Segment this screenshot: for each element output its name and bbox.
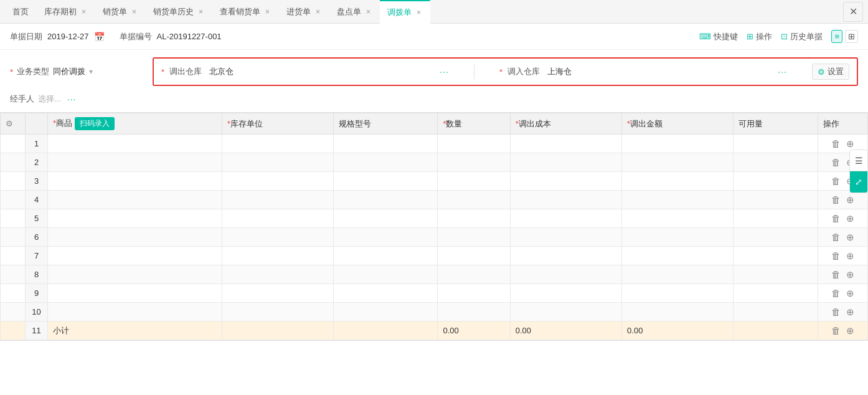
row-cost-cell[interactable]: [510, 209, 621, 228]
tab-view-sales[interactable]: 查看销货单 ×: [212, 0, 279, 24]
row-amount-cell[interactable]: [622, 228, 734, 247]
row-amount-cell[interactable]: [622, 172, 734, 191]
row-qty-cell[interactable]: [438, 209, 510, 228]
business-type-chevron-icon[interactable]: ▾: [89, 67, 93, 76]
row-product-cell[interactable]: [48, 284, 222, 303]
delete-icon[interactable]: 🗑: [829, 138, 842, 149]
tab-stocktaking-close[interactable]: ×: [365, 7, 372, 16]
row-amount-cell[interactable]: [622, 284, 734, 303]
tab-sales-history[interactable]: 销货单历史 ×: [146, 0, 212, 24]
row-unit-cell[interactable]: [222, 303, 334, 321]
tab-view-sales-close[interactable]: ×: [264, 7, 271, 16]
row-amount-cell[interactable]: [622, 153, 734, 172]
row-amount-cell[interactable]: [622, 247, 734, 265]
delete-icon[interactable]: 🗑: [829, 307, 842, 317]
row-product-cell[interactable]: [48, 303, 222, 321]
shortcut-button[interactable]: ⌨ 快捷键: [699, 31, 738, 42]
row-cost-cell[interactable]: [510, 191, 621, 209]
row-unit-cell[interactable]: [222, 247, 334, 265]
tab-purchase[interactable]: 进货单 ×: [279, 0, 329, 24]
row-spec-cell[interactable]: [334, 247, 438, 265]
operations-button[interactable]: ⊞ 操作: [747, 31, 772, 42]
row-unit-cell[interactable]: [222, 153, 334, 172]
row-product-cell[interactable]: [48, 191, 222, 209]
row-unit-cell[interactable]: [222, 209, 334, 228]
gear-header[interactable]: ⚙: [1, 113, 26, 135]
row-unit-cell[interactable]: [222, 265, 334, 284]
tab-inventory-init-close[interactable]: ×: [80, 7, 87, 16]
row-product-cell[interactable]: [48, 209, 222, 228]
row-cost-cell[interactable]: [510, 228, 621, 247]
row-amount-cell[interactable]: [622, 265, 734, 284]
row-spec-cell[interactable]: [334, 191, 438, 209]
calendar-icon[interactable]: 📅: [94, 32, 105, 42]
row-cost-cell[interactable]: [510, 247, 621, 265]
row-spec-cell[interactable]: [334, 153, 438, 172]
row-amount-cell[interactable]: [622, 191, 734, 209]
row-cost-cell[interactable]: [510, 172, 621, 191]
row-qty-cell[interactable]: [438, 284, 510, 303]
copy-icon[interactable]: ⊕: [844, 232, 856, 242]
warehouse-out-ellipsis[interactable]: ···: [440, 67, 449, 77]
row-spec-cell[interactable]: [334, 135, 438, 153]
tab-transfer-close[interactable]: ×: [415, 8, 422, 17]
row-product-cell[interactable]: [48, 135, 222, 153]
row-amount-cell[interactable]: [622, 303, 734, 321]
row-spec-cell[interactable]: [334, 303, 438, 321]
delete-icon[interactable]: 🗑: [829, 157, 842, 168]
grid-view-btn[interactable]: ⊞: [845, 30, 858, 43]
delete-icon[interactable]: 🗑: [829, 288, 842, 298]
delete-icon[interactable]: 🗑: [829, 176, 842, 186]
handler-select[interactable]: 选择...: [38, 93, 61, 105]
tab-purchase-close[interactable]: ×: [314, 7, 321, 16]
row-qty-cell[interactable]: [438, 247, 510, 265]
business-type-value-container[interactable]: 同价调拨 ▾: [53, 66, 128, 77]
copy-icon[interactable]: ⊕: [844, 138, 856, 149]
tab-sales-history-close[interactable]: ×: [197, 7, 204, 16]
row-spec-cell[interactable]: [334, 172, 438, 191]
row-qty-cell[interactable]: [438, 191, 510, 209]
tab-home[interactable]: 首页: [5, 0, 37, 24]
warehouse-out-value[interactable]: 北京仓: [209, 66, 234, 77]
window-close-button[interactable]: ✕: [843, 2, 863, 22]
row-cost-cell[interactable]: [510, 153, 621, 172]
row-qty-cell[interactable]: [438, 303, 510, 321]
delete-icon[interactable]: 🗑: [829, 232, 842, 242]
settings-button[interactable]: ⚙ 设置: [812, 64, 849, 80]
row-product-cell[interactable]: [48, 265, 222, 284]
handler-ellipsis[interactable]: ···: [67, 94, 77, 104]
row-product-cell[interactable]: [48, 172, 222, 191]
side-list-icon[interactable]: ☰: [850, 150, 867, 171]
copy-icon[interactable]: ⊕: [844, 194, 856, 205]
row-cost-cell[interactable]: [510, 303, 621, 321]
side-expand-icon[interactable]: ⤢: [850, 171, 867, 193]
warehouse-in-value[interactable]: 上海仓: [547, 66, 572, 77]
row-qty-cell[interactable]: [438, 228, 510, 247]
tab-inventory-init[interactable]: 库存期初 ×: [37, 0, 95, 24]
row-spec-cell[interactable]: [334, 228, 438, 247]
row-amount-cell[interactable]: [622, 135, 734, 153]
row-unit-cell[interactable]: [222, 284, 334, 303]
tab-sales-order[interactable]: 销货单 ×: [95, 0, 146, 24]
tab-stocktaking[interactable]: 盘点单 ×: [329, 0, 380, 24]
row-spec-cell[interactable]: [334, 209, 438, 228]
row-unit-cell[interactable]: [222, 135, 334, 153]
warehouse-in-ellipsis[interactable]: ···: [778, 67, 787, 77]
tab-transfer[interactable]: 调拨单 ×: [380, 0, 430, 24]
row-cost-cell[interactable]: [510, 265, 621, 284]
delete-icon[interactable]: 🗑: [829, 269, 842, 280]
copy-icon[interactable]: ⊕: [844, 269, 856, 280]
row-unit-cell[interactable]: [222, 191, 334, 209]
row-spec-cell[interactable]: [334, 265, 438, 284]
list-view-btn[interactable]: ≡: [831, 30, 842, 43]
row-product-cell[interactable]: [48, 153, 222, 172]
delete-icon[interactable]: 🗑: [829, 194, 842, 205]
scan-entry-button[interactable]: 扫码录入: [75, 117, 115, 130]
row-spec-cell[interactable]: [334, 284, 438, 303]
row-qty-cell[interactable]: [438, 153, 510, 172]
row-unit-cell[interactable]: [222, 172, 334, 191]
copy-icon[interactable]: ⊕: [844, 213, 856, 224]
row-amount-cell[interactable]: [622, 209, 734, 228]
doc-date-value[interactable]: 2019-12-27: [47, 32, 89, 41]
history-button[interactable]: ⊡ 历史单据: [781, 31, 823, 42]
